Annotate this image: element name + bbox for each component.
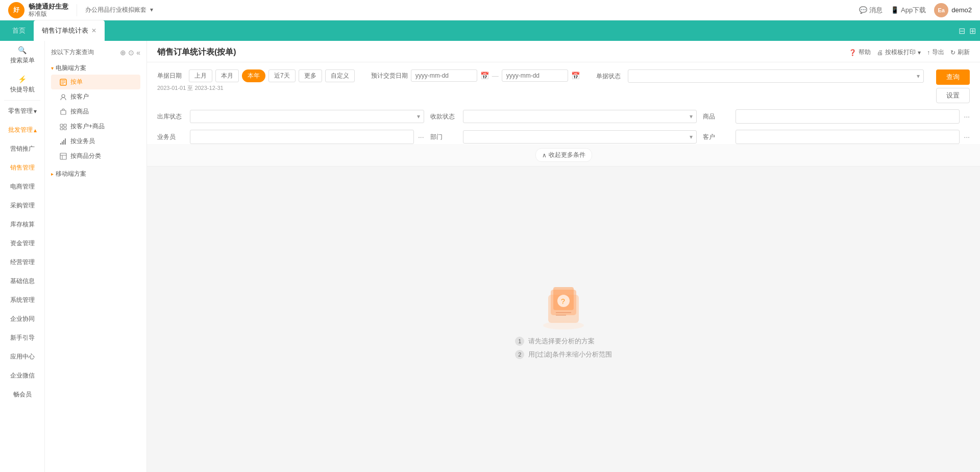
salesperson-label: 业务员: [157, 133, 186, 141]
svg-rect-5: [61, 110, 66, 114]
chevron-right-icon: ▾: [34, 108, 37, 115]
ship-status-select[interactable]: [190, 110, 424, 123]
page-title: 销售订单统计表(按单): [157, 47, 236, 58]
dept-select[interactable]: [463, 130, 697, 144]
tab-close-icon[interactable]: ✕: [91, 27, 96, 34]
ship-status-label: 出库状态: [157, 112, 186, 121]
salesperson-more-icon[interactable]: ···: [418, 133, 424, 141]
print-template-button[interactable]: 🖨 按模板打印 ▾: [877, 48, 921, 57]
scheme-by-product[interactable]: 按商品: [51, 104, 140, 119]
sidebar-item-finance[interactable]: 资金管理: [0, 234, 44, 253]
product-icon: [59, 108, 67, 116]
filter-row-2: 出库状态 收款状态 商品 ···: [157, 109, 970, 124]
account-switcher[interactable]: 办公用品行业模拟账套 ▾: [85, 6, 153, 14]
message-icon: 💬: [859, 6, 867, 14]
svg-rect-6: [60, 124, 63, 127]
customer-more-icon[interactable]: ···: [964, 133, 970, 141]
date-more-btn[interactable]: 更多: [299, 69, 322, 82]
product-input[interactable]: [736, 109, 960, 124]
date-this-year-btn[interactable]: 本年: [242, 69, 265, 82]
scheme-by-category[interactable]: 按商品分类: [51, 149, 140, 163]
content: 按以下方案查询 ⊕ ⊙ « ▾ 电脑端方案 按单: [45, 41, 980, 472]
sidebar-search[interactable]: 🔍 搜索菜单: [0, 41, 44, 70]
refresh-button[interactable]: ↻ 刷新: [950, 48, 970, 57]
chevron-down-icon: ▴: [34, 127, 37, 134]
order-status-label: 单据状态: [596, 72, 625, 81]
sidebar-item-member[interactable]: 畅会员: [0, 385, 44, 404]
scheme-group-mobile-header[interactable]: ▸ 移动端方案: [51, 168, 140, 180]
sidebar-item-wechat[interactable]: 企业微信: [0, 366, 44, 385]
sidebar-item-system[interactable]: 系统管理: [0, 291, 44, 310]
collapse-panel-icon[interactable]: «: [136, 49, 140, 57]
dept-select-wrapper: [463, 130, 697, 144]
scheme-group-pc-header[interactable]: ▾ 电脑端方案: [51, 62, 140, 75]
chevron-down-icon: ▾: [51, 65, 54, 71]
dept-filter: 部门: [430, 130, 697, 144]
sidebar-quicknav[interactable]: ⚡ 快捷导航: [0, 70, 44, 99]
ship-status-filter: 出库状态: [157, 109, 424, 124]
scheme-by-order[interactable]: 按单: [51, 75, 140, 89]
tabbar: 首页 销售订单统计表 ✕ ⊟ ⊞: [0, 20, 980, 41]
salesperson-input[interactable]: [190, 130, 414, 144]
combo-icon: [59, 123, 67, 131]
category-icon: [59, 152, 67, 160]
topbar-right: 💬 消息 📱 App下载 Ea demo2: [859, 3, 972, 17]
sidebar-item-guide[interactable]: 新手引导: [0, 328, 44, 347]
sidebar-item-ecommerce[interactable]: 电商管理: [0, 177, 44, 196]
sidebar-item-marketing[interactable]: 营销推广: [0, 139, 44, 158]
maximize-window-icon[interactable]: ⊞: [969, 26, 976, 36]
minimize-window-icon[interactable]: ⊟: [959, 26, 965, 36]
scheme-by-customer-product[interactable]: 按客户+商品: [51, 119, 140, 134]
query-button[interactable]: 查询: [936, 69, 970, 85]
topbar-left: 好 畅捷通好生意 标准版 办公用品行业模拟账套 ▾: [8, 2, 153, 18]
pay-status-select[interactable]: [463, 110, 697, 123]
empty-state: ? 1 请先选择要分析的方案 2 用[过滤]条件来缩小分析范围: [147, 167, 980, 472]
sidebar-item-appcenter[interactable]: 应用中心: [0, 347, 44, 366]
user-profile[interactable]: Ea demo2: [934, 3, 972, 17]
app-download-button[interactable]: 📱 App下载: [891, 6, 926, 15]
calendar-end-icon[interactable]: 📅: [571, 72, 580, 80]
empty-hint-2: 2 用[过滤]条件来缩小分析范围: [515, 350, 611, 359]
topbar-divider: [77, 4, 77, 16]
tab-home[interactable]: 首页: [4, 20, 34, 41]
order-status-select[interactable]: [628, 69, 924, 83]
customer-input[interactable]: [736, 130, 960, 144]
search-icon: 🔍: [18, 46, 27, 54]
settings-scheme-icon[interactable]: ⊙: [128, 49, 134, 57]
order-icon: [59, 78, 67, 86]
date-last-month-btn[interactable]: 上月: [189, 69, 212, 82]
export-icon: ↑: [927, 49, 930, 56]
sidebar-item-enterprise[interactable]: 企业协同: [0, 310, 44, 328]
salesperson-filter: 业务员 ···: [157, 130, 424, 144]
sidebar-item-operations[interactable]: 经营管理: [0, 253, 44, 272]
scheme-by-salesperson[interactable]: 按业务员: [51, 134, 140, 149]
message-button[interactable]: 💬 消息: [859, 6, 883, 15]
scheme-by-customer[interactable]: 按客户: [51, 89, 140, 104]
expected-date-start-input[interactable]: [411, 69, 477, 82]
sidebar-item-sales[interactable]: 销售管理: [0, 158, 44, 177]
pay-status-select-wrapper: [463, 110, 697, 123]
username: demo2: [951, 6, 972, 14]
sidebar-item-inventory[interactable]: 库存核算: [0, 215, 44, 234]
calendar-start-icon[interactable]: 📅: [480, 72, 489, 80]
sidebar-item-basic[interactable]: 基础信息: [0, 272, 44, 291]
collapse-button[interactable]: ∧ 收起更多条件: [535, 148, 592, 162]
help-button[interactable]: ❓ 帮助: [849, 48, 871, 57]
add-scheme-button[interactable]: ⊕: [120, 49, 126, 57]
settings-button[interactable]: 设置: [936, 88, 970, 103]
tab-sales-order-stats[interactable]: 销售订单统计表 ✕: [34, 20, 105, 41]
date-last7days-btn[interactable]: 近7天: [268, 69, 296, 82]
sidebar-item-wholesale[interactable]: 批发管理 ▴: [0, 121, 44, 139]
app-icon: 📱: [891, 6, 899, 14]
sidebar-item-retail[interactable]: 零售管理 ▾: [0, 102, 44, 121]
topbar: 好 畅捷通好生意 标准版 办公用品行业模拟账套 ▾ 💬 消息 📱 App下载 E…: [0, 0, 980, 20]
expected-date-end-input[interactable]: [502, 69, 568, 82]
sidebar-item-purchase[interactable]: 采购管理: [0, 196, 44, 215]
export-button[interactable]: ↑ 导出: [927, 48, 944, 57]
date-this-month-btn[interactable]: 本月: [215, 69, 239, 82]
dropdown-arrow-icon: ▾: [150, 6, 153, 13]
date-custom-btn[interactable]: 自定义: [325, 69, 355, 82]
hint-2-number: 2: [515, 350, 524, 359]
pay-status-label: 收款状态: [430, 112, 459, 121]
product-more-icon[interactable]: ···: [964, 112, 970, 121]
